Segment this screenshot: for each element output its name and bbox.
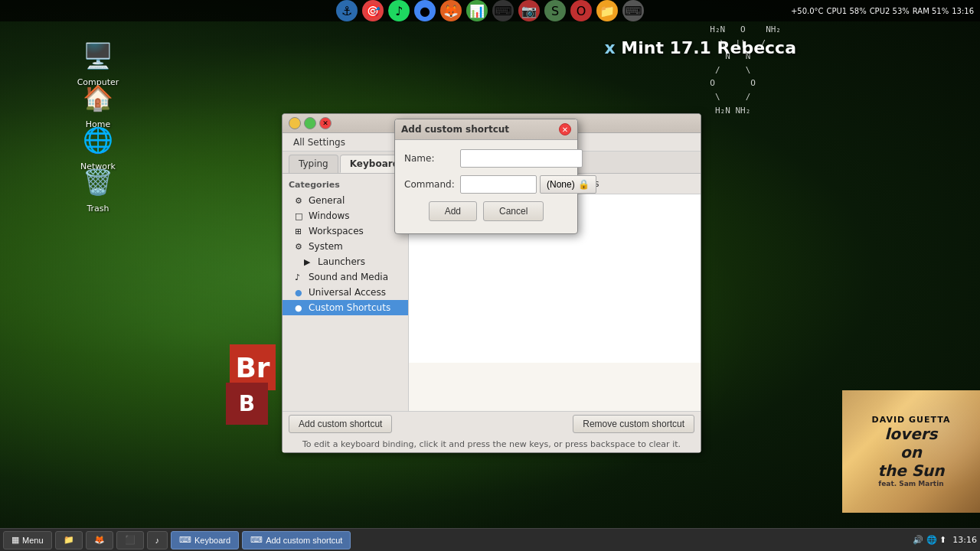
terminal-taskbar-btn[interactable]: ⬛ <box>116 531 144 549</box>
album-art-inner: DAVID GUETTA lovers on the Sun feat. Sam… <box>842 390 980 513</box>
taskbar-icon-screenshot[interactable]: 📷 <box>518 0 540 21</box>
temp-display: +50.0°C <box>791 7 824 15</box>
sidebar: Categories ⚙ General □ Windows ⊞ Workspa… <box>283 174 409 411</box>
custom-shortcut-dialog: Add custom shortcut ✕ Name: Command: (No… <box>394 119 578 234</box>
windows-label: Windows <box>309 210 350 221</box>
sidebar-item-sound-media[interactable]: ♪ Sound and Media <box>283 269 408 285</box>
taskbar-icon-spotify[interactable]: ♪ <box>388 0 410 21</box>
add-button[interactable]: Add <box>429 201 477 221</box>
taskbar-right: 🔊 🌐 ⬆ 13:16 <box>913 535 977 545</box>
firefox-taskbar-icon: 🦊 <box>94 535 105 545</box>
taskbar-icon-opera[interactable]: O <box>570 0 592 21</box>
sidebar-item-windows[interactable]: □ Windows <box>283 208 408 223</box>
files-icon: 📁 <box>64 535 74 545</box>
access-icon: ● <box>295 288 305 298</box>
none-icon: 🔒 <box>578 179 590 190</box>
sidebar-item-launchers[interactable]: ▶ Launchers <box>283 254 408 269</box>
all-settings-link[interactable]: All Settings <box>289 135 350 149</box>
workspaces-label: Workspaces <box>309 226 364 236</box>
br-icon-small: B <box>226 383 268 425</box>
sidebar-item-custom-shortcuts[interactable]: ● Custom Shortcuts <box>283 300 408 315</box>
sound-taskbar-icon: ♪ <box>155 536 160 545</box>
command-input[interactable] <box>460 175 537 194</box>
workspaces-icon: ⊞ <box>295 227 305 236</box>
name-label: Name: <box>404 153 454 164</box>
top-panel: ⚓ 🎯 ♪ ● 🦊 📊 ⌨ 📷 S O 📁 ⌨ +50.0°C CPU1 58%… <box>0 0 980 21</box>
command-row: Command: (None) 🔒 <box>404 175 568 194</box>
none-button[interactable]: (None) 🔒 <box>540 175 596 194</box>
taskbar-icon-keyboard[interactable]: ⌨ <box>622 0 644 21</box>
tab-typing[interactable]: Typing <box>289 155 338 173</box>
sound-label: Sound and Media <box>309 272 388 282</box>
general-label: General <box>309 195 345 206</box>
close-button[interactable]: ✕ <box>319 117 332 129</box>
os-label: x Mint 17.1 Rebecca <box>604 38 796 57</box>
network-icon: 🌐 <box>80 122 116 158</box>
dialog-title: Add custom shortcut <box>401 124 509 135</box>
cancel-button[interactable]: Cancel <box>483 201 544 221</box>
taskbar-icons-right: 🔊 🌐 ⬆ <box>913 535 946 545</box>
time-display: 13:16 <box>952 7 974 15</box>
taskbar-icon-firefox[interactable]: 🦊 <box>440 0 462 21</box>
system-icon: ⚙ <box>295 242 305 252</box>
molecule-decoration: H₂N O NH₂ \ || / N N / \ O O \ / H₂N NH₂ <box>710 23 781 117</box>
remove-custom-shortcut-button[interactable]: Remove custom shortcut <box>573 415 694 433</box>
album-art: DAVID GUETTA lovers on the Sun feat. Sam… <box>842 390 980 513</box>
keyboard-taskbar-label: Keyboard <box>194 536 230 545</box>
command-label: Command: <box>404 179 454 190</box>
sidebar-item-workspaces[interactable]: ⊞ Workspaces <box>283 223 408 239</box>
taskbar-icon-terminal[interactable]: ⌨ <box>492 0 514 21</box>
sys-info: +50.0°C CPU1 58% CPU2 53% RAM 51% 13:16 <box>791 0 980 21</box>
cpu1-display: CPU1 58% <box>827 7 867 15</box>
maximize-button[interactable] <box>304 117 316 129</box>
computer-icon: 🖥️ <box>80 37 116 74</box>
general-icon: ⚙ <box>295 196 305 206</box>
terminal-taskbar-icon: ⬛ <box>125 535 136 545</box>
dialog-buttons: Add Cancel <box>404 201 568 224</box>
menu-label: Menu <box>22 536 44 545</box>
taskbar-icon-files[interactable]: 📁 <box>596 0 618 21</box>
name-input[interactable] <box>460 149 583 168</box>
footer-hint: To edit a keyboard binding, click it and… <box>283 436 701 452</box>
sidebar-item-system[interactable]: ⚙ System <box>283 239 408 254</box>
access-label: Universal Access <box>309 287 386 298</box>
album-artist: DAVID GUETTA lovers on the Sun feat. Sam… <box>872 415 951 488</box>
home-icon: 🏠 <box>80 80 116 116</box>
taskbar: ▦ Menu 📁 🦊 ⬛ ♪ ⌨ Keyboard ⌨ Add custom s… <box>0 528 980 551</box>
taskbar-icon-s[interactable]: S <box>544 0 566 21</box>
dialog-titlebar: Add custom shortcut ✕ <box>395 119 577 140</box>
taskbar-icon-monitor[interactable]: 📊 <box>466 0 488 21</box>
minimize-button[interactable] <box>289 117 301 129</box>
dialog-close-button[interactable]: ✕ <box>559 123 571 135</box>
files-taskbar-btn[interactable]: 📁 <box>55 531 83 549</box>
desktop-icon-trash[interactable]: 🗑️ Trash <box>67 161 129 217</box>
sidebar-item-universal-access[interactable]: ● Universal Access <box>283 285 408 300</box>
add-custom-shortcut-button[interactable]: Add custom shortcut <box>289 415 392 433</box>
menu-icon: ▦ <box>11 535 19 545</box>
taskbar-time: 13:16 <box>952 535 977 545</box>
shortcut-taskbar-icon: ⌨ <box>250 535 263 545</box>
sidebar-item-general[interactable]: ⚙ General <box>283 193 408 208</box>
firefox-taskbar-btn[interactable]: 🦊 <box>86 531 113 549</box>
taskbar-icon-chrome[interactable]: ● <box>414 0 436 21</box>
keyboard-taskbar-btn[interactable]: ⌨ Keyboard <box>171 531 239 549</box>
menu-button[interactable]: ▦ Menu <box>3 531 52 549</box>
system-label: System <box>309 241 343 252</box>
windows-icon: □ <box>295 211 305 221</box>
categories-header: Categories <box>283 177 408 193</box>
command-input-group: (None) 🔒 <box>460 175 596 194</box>
taskbar-icon-anchor[interactable]: ⚓ <box>336 0 358 21</box>
ram-display: RAM 51% <box>913 7 949 15</box>
window-controls: ✕ <box>289 117 332 129</box>
sound-taskbar-btn[interactable]: ♪ <box>147 531 168 549</box>
taskbar-icon-target[interactable]: 🎯 <box>362 0 384 21</box>
custom-label: Custom Shortcuts <box>309 302 390 313</box>
taskbar-icons: ⚓ 🎯 ♪ ● 🦊 📊 ⌨ 📷 S O 📁 ⌨ <box>336 0 644 21</box>
name-row: Name: <box>404 149 568 168</box>
trash-icon: 🗑️ <box>80 164 116 201</box>
dialog-body: Name: Command: (None) 🔒 Add Cancel <box>395 140 577 233</box>
window-footer: Add custom shortcut Remove custom shortc… <box>283 411 701 436</box>
shortcut-taskbar-btn[interactable]: ⌨ Add custom shortcut <box>242 531 351 549</box>
shortcut-taskbar-label: Add custom shortcut <box>266 536 342 545</box>
cpu2-display: CPU2 53% <box>870 7 910 15</box>
